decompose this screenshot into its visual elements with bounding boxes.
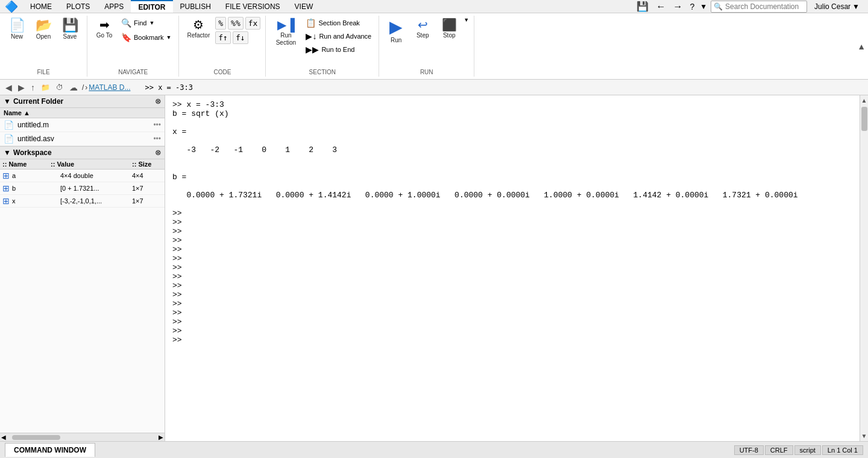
run-section-button[interactable]: ▶▐ RunSection <box>271 17 301 48</box>
ws-name-a: a <box>12 172 60 179</box>
find-icon: 🔍 <box>121 18 131 28</box>
indent-decrease-button[interactable]: f↓ <box>233 31 248 44</box>
indent-increase-button[interactable]: f↑ <box>215 31 231 44</box>
function-button[interactable]: fx <box>245 17 261 30</box>
scroll-left-arrow[interactable]: ◀ <box>1 434 6 441</box>
workspace-row-a[interactable]: ⊞ a 4×4 double 4×4 <box>0 170 165 182</box>
command-output[interactable]: >> x = -3:3 b = sqrt (x) x = -3 -2 -1 0 … <box>165 95 860 441</box>
workspace-arrow[interactable]: ▼ <box>4 148 11 157</box>
comment-button[interactable]: % <box>215 17 226 30</box>
help-icon[interactable]: ? <box>688 1 696 12</box>
stop-label: Stop <box>443 32 456 39</box>
refactor-icon: ⚙ <box>193 19 204 31</box>
workspace-header: ▼ Workspace ⊗ <box>0 147 165 159</box>
history-button[interactable]: ⏱ <box>54 83 65 92</box>
folder-table-header: Name ▲ <box>0 108 165 118</box>
back-button[interactable]: ◀ <box>4 82 14 93</box>
menu-item-plots[interactable]: PLOTS <box>59 0 97 13</box>
script-pill[interactable]: script <box>794 445 821 455</box>
scroll-thumb[interactable] <box>12 435 60 440</box>
menu-item-publish[interactable]: PUBLISH <box>173 0 218 13</box>
folder-list: 📄 untitled.m ••• 📄 untitled.asv ••• <box>0 118 165 146</box>
list-item[interactable]: 📄 untitled.asv ••• <box>0 132 165 146</box>
folder-col-name-header[interactable]: Name ▲ <box>4 109 161 116</box>
run-dropdown-icon[interactable]: ▼ <box>464 17 469 23</box>
scroll-down-arrow[interactable]: ▼ <box>861 431 868 441</box>
redo-icon[interactable]: → <box>671 1 684 13</box>
ws-icon-x: ⊞ <box>2 196 10 206</box>
cloud-button[interactable]: ☁ <box>68 82 80 93</box>
stop-icon: ⬛ <box>442 19 457 31</box>
save-session-icon[interactable]: 💾 <box>635 0 650 13</box>
ribbon-group-navigate: ➡ Go To 🔍 Find ▼ 🔖 Bookmark ▼ NAVIGATE <box>87 16 179 77</box>
workspace-panel: ▼ Workspace ⊗ :: Name :: Value :: Size ⊞… <box>0 146 165 433</box>
path-matlab[interactable]: MATLAB D... <box>89 83 130 92</box>
run-button[interactable]: ▶ Run <box>384 17 408 46</box>
save-button[interactable]: 💾 Save <box>58 17 82 42</box>
code-group-label: CODE <box>184 69 260 75</box>
forward-button[interactable]: ▶ <box>16 82 27 93</box>
status-bar: COMMAND WINDOW UTF-8 CRLF script Ln 1 Co… <box>0 441 868 458</box>
section-break-icon: 📋 <box>306 18 316 28</box>
menu-item-apps[interactable]: APPS <box>97 0 131 13</box>
encoding-pill[interactable]: UTF-8 <box>734 445 764 455</box>
left-panel-hscrollbar[interactable]: ◀ ▶ <box>0 433 165 441</box>
up-button[interactable]: ↑ <box>29 82 37 93</box>
ws-name-b: b <box>12 185 60 192</box>
right-scrollbar[interactable]: ▲ ▼ <box>860 95 868 441</box>
menu-item-home[interactable]: HOME <box>23 0 59 13</box>
help-dropdown-icon[interactable]: ▼ <box>700 2 707 11</box>
workspace-title: Workspace <box>13 148 52 157</box>
current-folder-close[interactable]: ⊗ <box>155 97 161 106</box>
ws-col-value-header[interactable]: :: Value <box>51 161 132 168</box>
goto-icon: ➡ <box>99 19 110 31</box>
workspace-row-b[interactable]: ⊞ b [0 + 1.7321... 1×7 <box>0 182 165 195</box>
new-button[interactable]: 📄 New <box>5 17 29 42</box>
menu-bar: 🔷 HOME PLOTS APPS EDITOR PUBLISH FILE VE… <box>0 0 868 13</box>
stop-button[interactable]: ⬛ Stop <box>437 17 461 41</box>
menu-item-editor[interactable]: EDITOR <box>131 0 172 13</box>
list-item[interactable]: 📄 untitled.m ••• <box>0 118 165 132</box>
current-folder-arrow[interactable]: ▼ <box>4 97 11 106</box>
search-input[interactable] <box>725 2 816 11</box>
command-display: >> x = -3:3 <box>145 83 192 92</box>
matlab-logo[interactable]: 🔷 <box>5 0 18 13</box>
ws-col-name-header[interactable]: :: Name <box>2 161 51 168</box>
section-break-button[interactable]: 📋 Section Break <box>303 17 374 29</box>
menu-item-file-versions[interactable]: FILE VERSIONS <box>218 0 288 13</box>
position-pill[interactable]: Ln 1 Col 1 <box>822 445 863 455</box>
workspace-row-x[interactable]: ⊞ x [-3,-2,-1,0,1,... 1×7 <box>0 195 165 208</box>
workspace-close[interactable]: ⊗ <box>155 148 161 157</box>
section-comment-button[interactable]: %% <box>228 17 244 30</box>
address-path: / › MATLAB D... <box>82 83 130 92</box>
ws-col-size-header[interactable]: :: Size <box>132 161 162 168</box>
open-button[interactable]: 📂 Open <box>31 17 55 42</box>
menu-item-view[interactable]: VIEW <box>288 0 321 13</box>
scroll-thumb-right[interactable] <box>861 107 867 131</box>
new-label: New <box>11 33 23 40</box>
scroll-up-arrow[interactable]: ▲ <box>861 95 868 106</box>
search-box: 🔍 <box>711 1 807 13</box>
ribbon-group-section: ▶▐ RunSection 📋 Section Break ▶↓ Run and… <box>266 16 379 77</box>
ws-value-a: 4×4 double <box>60 172 132 179</box>
ribbon-scroll-right[interactable]: ▲ <box>857 42 866 51</box>
refactor-button[interactable]: ⚙ Refactor <box>184 17 213 41</box>
goto-button[interactable]: ➡ Go To <box>92 17 116 41</box>
address-bar: ◀ ▶ ↑ 📁 ⏱ ☁ / › MATLAB D... >> x = -3:3 <box>0 80 868 95</box>
undo-icon[interactable]: ← <box>654 1 667 13</box>
run-section-icon: ▶▐ <box>277 19 295 31</box>
bookmark-button[interactable]: 🔖 Bookmark ▼ <box>119 31 174 43</box>
run-to-end-button[interactable]: ▶▶ Run to End <box>303 43 374 56</box>
file-more-m[interactable]: ••• <box>153 121 161 129</box>
find-button[interactable]: 🔍 Find ▼ <box>119 17 174 29</box>
run-and-advance-button[interactable]: ▶↓ Run and Advance <box>303 30 374 42</box>
browse-button[interactable]: 📁 <box>39 83 52 92</box>
step-button[interactable]: ↩ Step <box>410 17 435 41</box>
file-group-label: FILE <box>5 69 82 75</box>
scroll-right-arrow[interactable]: ▶ <box>159 434 163 441</box>
file-more-asv[interactable]: ••• <box>153 135 161 143</box>
user-menu[interactable]: Julio Cesar ▼ <box>811 2 863 11</box>
line-ending-pill[interactable]: CRLF <box>765 445 793 455</box>
status-tab-command-window[interactable]: COMMAND WINDOW <box>5 443 95 457</box>
ribbon: 📄 New 📂 Open 💾 Save FILE ➡ Go To 🔍 <box>0 13 868 80</box>
